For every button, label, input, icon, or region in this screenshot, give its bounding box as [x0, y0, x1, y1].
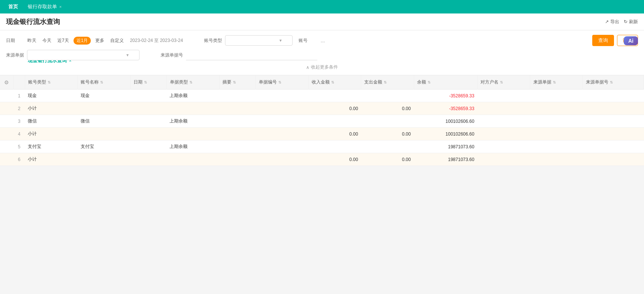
table-cell: 小计 [25, 128, 78, 140]
balance-column-header[interactable]: 余额⇅ [414, 75, 477, 90]
table-body: 1现金现金上期余额-3528659.332小计0.000.00-3528659.… [0, 90, 644, 166]
expense-column-header[interactable]: 支出金额⇅ [361, 75, 414, 90]
doc-no-column-header[interactable]: 单据编号⇅ [255, 75, 308, 90]
table-cell [477, 140, 530, 153]
table-cell: 0.00 [308, 102, 361, 115]
export-button[interactable]: ↗ 导出 [605, 19, 619, 25]
table-cell [361, 115, 414, 128]
table-cell [477, 90, 530, 102]
close-icon[interactable]: × [59, 45, 62, 49]
summary-column-header[interactable]: 摘要⇅ [219, 75, 256, 90]
table-cell: 微信 [78, 115, 131, 128]
collapse-bar[interactable]: ∧ 收起更多条件 [6, 64, 638, 70]
table-cell: 6 [14, 153, 25, 166]
table-cell [255, 128, 308, 140]
table-row: 4小计0.000.00100102606.60 [0, 128, 644, 140]
row-gear-cell[interactable] [0, 115, 14, 128]
table-cell: 现金 [25, 90, 78, 102]
table-cell [583, 115, 644, 128]
date-label: 日期 [6, 37, 23, 44]
date-filter-更多[interactable]: 更多 [94, 37, 106, 45]
table-cell [78, 128, 131, 140]
table-cell [361, 140, 414, 153]
table-cell [477, 115, 530, 128]
doc-type-column-header[interactable]: 单据类型⇅ [167, 75, 219, 90]
table-row: 2小计0.000.00-3528659.33 [0, 102, 644, 115]
table-cell: 19871073.60 [414, 153, 477, 166]
table-cell [130, 140, 167, 153]
source-doc-select[interactable]: ▾ [27, 50, 140, 60]
export-label: 导出 [610, 19, 619, 25]
table-cell: 0.00 [308, 153, 361, 166]
table-cell: 支付宝 [78, 140, 131, 153]
collapse-up-icon: ∧ [306, 65, 309, 70]
gear-icon: ⚙ [4, 79, 9, 85]
date-filter-自定义[interactable]: 自定义 [109, 37, 125, 45]
date-filter-近7天[interactable]: 近7天 [56, 37, 71, 45]
date-filter-昨天[interactable]: 昨天 [26, 37, 38, 45]
table-cell [583, 102, 644, 115]
date-filter-今天[interactable]: 今天 [41, 37, 53, 45]
source-doc-label: 来源单据 [6, 52, 24, 58]
table-cell: 100102606.60 [414, 115, 477, 128]
account-type-column-header[interactable]: 账号类型⇅ [25, 75, 78, 90]
account-type-filter-group: 账号类型 ▾ [204, 35, 293, 46]
date-filter-group: 日期 昨天今天近7天近1月更多自定义 2023-02-24 至 2023-03-… [6, 37, 183, 45]
table-cell: 3 [14, 115, 25, 128]
chevron-down-icon: ▾ [279, 38, 282, 43]
table-cell [255, 90, 308, 102]
table-cell: 支付宝 [25, 140, 78, 153]
close-icon[interactable]: × [59, 31, 62, 36]
account-name-column-header[interactable]: 账号名称⇅ [78, 75, 131, 90]
table-cell [78, 153, 131, 166]
collapse-label: 收起更多条件 [311, 64, 338, 70]
query-button[interactable]: 查询 [592, 35, 614, 46]
counterparty-column-header[interactable]: 对方户名⇅ [477, 75, 530, 90]
nav-tab-银行存取款单[interactable]: 银行存取款单× [23, 0, 76, 13]
gear-column-header[interactable]: ⚙ [0, 75, 14, 90]
row-gear-cell[interactable] [0, 153, 14, 166]
table-cell [219, 90, 256, 102]
home-nav-item[interactable]: 首页 [3, 0, 23, 13]
table-header-row: ⚙ 账号类型⇅ 账号名称⇅ 日期⇅ 单据类型⇅ 摘要⇅ [0, 75, 644, 90]
row-gear-cell[interactable] [0, 90, 14, 102]
filter-row-2: 来源单据 ▾ 来源单据号 [6, 50, 638, 60]
refresh-button[interactable]: ↻ 刷新 [624, 19, 638, 25]
table-cell: 5 [14, 140, 25, 153]
filter-row-1: 日期 昨天今天近7天近1月更多自定义 2023-02-24 至 2023-03-… [6, 35, 638, 46]
source-doc-no-filter-group: 来源单据号 [161, 50, 317, 60]
page-title: 现金银行流水查询 [6, 17, 60, 26]
row-gear-cell[interactable] [0, 128, 14, 140]
table-cell [167, 102, 219, 115]
source-doc-column-header[interactable]: 来源单据⇅ [530, 75, 583, 90]
table-cell [530, 102, 583, 115]
table-row: 1现金现金上期余额-3528659.33 [0, 90, 644, 102]
table-cell [477, 128, 530, 140]
close-icon[interactable]: × [59, 4, 62, 9]
chevron-down-icon2: ▾ [126, 52, 129, 58]
row-gear-cell[interactable] [0, 140, 14, 153]
refresh-icon: ↻ [624, 19, 627, 24]
close-icon[interactable]: × [59, 18, 62, 22]
source-doc-no-column-header[interactable]: 来源单据号⇅ [583, 75, 644, 90]
income-column-header[interactable]: 收入金额⇅ [308, 75, 361, 90]
table-cell [308, 90, 361, 102]
date-filters: 昨天今天近7天近1月更多自定义 [26, 37, 125, 45]
table-cell: 19871073.60 [414, 140, 477, 153]
ai-badge[interactable]: Ai [624, 36, 638, 45]
date-filter-近1月[interactable]: 近1月 [74, 37, 91, 45]
table-cell [583, 90, 644, 102]
data-table: ⚙ 账号类型⇅ 账号名称⇅ 日期⇅ 单据类型⇅ 摘要⇅ [0, 75, 644, 166]
table-cell [255, 153, 308, 166]
table-cell [219, 153, 256, 166]
table-cell [219, 115, 256, 128]
date-range-display: 2023-02-24 至 2023-03-24 [130, 37, 183, 44]
table-cell [167, 128, 219, 140]
account-dots-button[interactable]: ... [318, 37, 327, 44]
source-doc-no-input[interactable] [186, 50, 317, 60]
account-type-select[interactable]: ▾ [225, 35, 293, 46]
row-gear-cell[interactable] [0, 102, 14, 115]
date-column-header[interactable]: 日期⇅ [130, 75, 167, 90]
table-cell [583, 153, 644, 166]
top-navigation: 首页 收款单×付款单×其他收入单×应收应付调整单×银行存取款单×预收冲应收单×收… [0, 0, 644, 13]
